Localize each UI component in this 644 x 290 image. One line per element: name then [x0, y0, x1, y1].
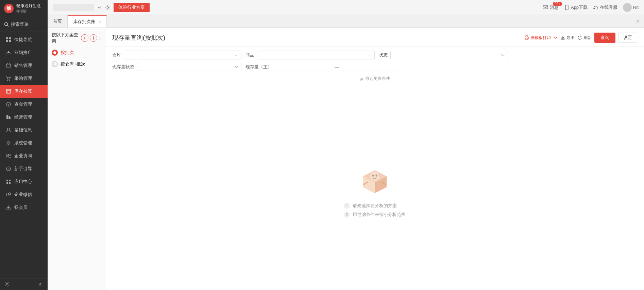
warehouse-input-box[interactable]: ···: [124, 51, 241, 59]
sidebar-item-operation[interactable]: 经营管理: [0, 111, 48, 124]
clock-icon: [53, 62, 56, 66]
sidebar-item-basic-label: 基础信息: [14, 127, 32, 133]
sidebar-item-member-label: 畅会员: [14, 204, 28, 211]
tip-text-2: 用过滤条件来缩小分析范围: [353, 212, 406, 218]
sidebar-item-app-center[interactable]: 应用中心: [0, 175, 48, 188]
online-service-button[interactable]: 在线客服: [593, 4, 617, 11]
sidebar-item-basic[interactable]: 基础信息: [0, 124, 48, 137]
scheme-by-warehouse-batch-label: 按仓库+批次: [61, 61, 85, 67]
empty-illustration: [354, 160, 395, 197]
filter-stock-status: 现存量状态: [112, 63, 241, 71]
svg-rect-7: [6, 64, 11, 67]
svg-rect-27: [9, 182, 11, 184]
empty-tips: 1 请先选择要分析的方案 2 用过滤条件来缩小分析范围: [344, 203, 406, 218]
content-area: 按以下方案查询 + « 按批次: [48, 28, 644, 290]
sidebar-item-newbie[interactable]: ? 新手引导: [0, 162, 48, 175]
newbie-icon: ?: [5, 166, 12, 172]
refresh-icon: [577, 35, 582, 40]
svg-point-0: [5, 22, 8, 25]
empty-tip-2: 2 用过滤条件来缩小分析范围: [344, 212, 406, 218]
add-scheme-btn[interactable]: +: [81, 34, 88, 42]
sidebar-item-member[interactable]: 畅会员: [0, 201, 48, 214]
search-menu-button[interactable]: 搜索菜单: [4, 20, 44, 29]
tabbar: 首页 库存批次账 × ✕: [48, 15, 644, 28]
stock-status-select[interactable]: [137, 63, 241, 71]
sidebar-item-collab[interactable]: 企业协同: [0, 149, 48, 162]
stock-main-min-input[interactable]: [275, 63, 332, 71]
export-button[interactable]: 导出: [560, 35, 575, 41]
sidebar-item-wechat-label: 企业微信: [14, 192, 32, 198]
messages-button[interactable]: 消息 99+: [542, 4, 559, 11]
print-dropdown-btn[interactable]: [554, 36, 558, 40]
system-icon: [5, 140, 12, 146]
svg-point-21: [9, 154, 11, 156]
scheme-item-by-warehouse-batch[interactable]: 按仓库+批次: [48, 58, 105, 70]
tab-inventory-batch[interactable]: 库存批次账 ×: [68, 15, 107, 28]
sidebar-item-purchase[interactable]: 采购管理: [0, 72, 48, 85]
svg-rect-34: [543, 5, 548, 9]
filter-stock-main: 现存量（主） —: [245, 63, 375, 71]
collapse-more-conditions[interactable]: 收起更多条件: [112, 74, 637, 83]
inventory-icon: [5, 88, 12, 94]
svg-rect-4: [6, 40, 8, 42]
user-menu-button[interactable]: Rit: [623, 3, 639, 12]
export-label: 导出: [566, 35, 575, 41]
tab-close-btn[interactable]: ×: [99, 19, 101, 24]
sidebar-item-sales[interactable]: 销售管理: [0, 59, 48, 72]
warehouse-label: 仓库: [112, 52, 121, 58]
sidebar: 畅 畅康通好生意 标准版 搜索菜单 快捷导航 营销推广: [0, 0, 48, 290]
scheme-item-by-batch[interactable]: 按批次: [48, 47, 105, 58]
svg-point-49: [372, 175, 374, 177]
svg-point-30: [8, 207, 9, 209]
svg-point-50: [376, 175, 377, 177]
svg-point-9: [9, 79, 10, 80]
refresh-button[interactable]: 刷新: [577, 35, 592, 41]
headphone-icon: [593, 5, 598, 10]
sidebar-item-marketing[interactable]: 营销推广: [0, 46, 48, 59]
trial-button[interactable]: 体验行业方案: [114, 3, 150, 12]
sidebar-item-purchase-label: 采购管理: [14, 75, 32, 81]
tab-home-label: 首页: [53, 18, 62, 24]
topbar-dropdown-icon[interactable]: [97, 5, 102, 10]
sidebar-item-system[interactable]: 系统管理: [0, 137, 48, 149]
sidebar-item-quick[interactable]: 快捷导航: [0, 33, 48, 46]
scheme-settings-btn[interactable]: [90, 34, 97, 42]
sidebar-item-finance[interactable]: ¥ 资金管理: [0, 98, 48, 111]
app-download-button[interactable]: App下载: [564, 4, 588, 11]
sales-icon: [5, 62, 12, 69]
collapse-left-panel-btn[interactable]: «: [99, 36, 101, 41]
sidebar-item-newbie-label: 新手引导: [14, 166, 32, 172]
product-more-btn[interactable]: ···: [368, 53, 372, 57]
topbar-search-input[interactable]: [53, 4, 94, 11]
collab-icon: [5, 153, 12, 159]
left-panel-actions: + «: [81, 34, 101, 42]
status-select[interactable]: [390, 51, 508, 59]
tab-home[interactable]: 首页: [48, 15, 68, 28]
brand-icon: 畅: [4, 4, 14, 13]
left-panel-header: 按以下方案查询 + «: [48, 28, 105, 47]
app-download-label: App下载: [571, 4, 588, 11]
svg-text:?: ?: [7, 167, 9, 171]
select-arrow-icon: [501, 53, 505, 57]
product-input-box[interactable]: ···: [257, 51, 375, 59]
settings-icon: [4, 281, 10, 287]
sidebar-item-app-center-label: 应用中心: [14, 179, 32, 185]
settings-footer-btn[interactable]: [4, 281, 10, 287]
sidebar-search-area[interactable]: 搜索菜单: [0, 17, 48, 32]
sidebar-item-inventory[interactable]: 库存核算: [0, 85, 48, 98]
query-button[interactable]: 查询: [594, 33, 615, 43]
page-title: 现存量查询(按批次): [112, 34, 165, 42]
sidebar-item-wechat[interactable]: 企业微信: [0, 188, 48, 201]
warehouse-more-btn[interactable]: ···: [235, 53, 238, 57]
print-button[interactable]: 按模板打印: [524, 35, 551, 41]
sidebar-item-sales-label: 销售管理: [14, 62, 32, 69]
filter-row-2: 现存量状态 现存量（主） —: [112, 63, 637, 71]
stock-main-dash: —: [335, 65, 339, 70]
svg-rect-26: [6, 182, 8, 184]
tab-close-main-btn[interactable]: ✕: [632, 19, 644, 24]
collapse-sidebar-btn[interactable]: [37, 281, 44, 287]
svg-point-40: [53, 63, 56, 66]
stock-main-max-input[interactable]: [342, 63, 399, 71]
topbar-gear-btn[interactable]: [105, 4, 111, 11]
settings-button[interactable]: 设置: [618, 33, 637, 43]
